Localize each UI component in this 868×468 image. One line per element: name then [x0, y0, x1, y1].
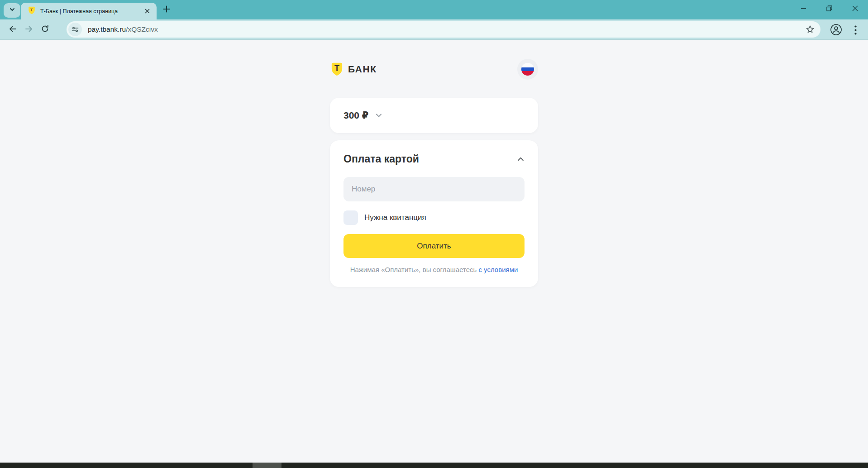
- window-restore-button[interactable]: [816, 0, 842, 18]
- forward-arrow-icon: [24, 24, 33, 35]
- terms-note: Нажимая «Оплатить», вы соглашаетесьс усл…: [343, 266, 525, 273]
- tbank-logo: Т БАНК: [330, 62, 377, 77]
- back-button[interactable]: [6, 24, 19, 36]
- window-controls: [791, 0, 868, 18]
- payment-amount: 300 ₽: [343, 110, 368, 121]
- terms-text: Нажимая «Оплатить», вы соглашаетесь: [350, 266, 477, 273]
- profile-icon: [830, 24, 842, 36]
- amount-chevron-down-icon[interactable]: [375, 112, 382, 119]
- amount-card[interactable]: 300 ₽: [330, 98, 538, 133]
- tab-search-button[interactable]: [4, 3, 20, 18]
- window-minimize-button[interactable]: [791, 0, 816, 18]
- url-path: /xQSZcivx: [126, 25, 158, 33]
- taskbar-sliver: [0, 463, 868, 468]
- minimize-icon: [801, 5, 806, 13]
- back-arrow-icon: [8, 24, 17, 35]
- forward-button[interactable]: [23, 24, 35, 36]
- new-tab-button[interactable]: [161, 4, 172, 16]
- restore-icon: [826, 5, 832, 13]
- profile-button[interactable]: [830, 24, 842, 38]
- bookmark-button[interactable]: [806, 25, 815, 34]
- section-title: Оплата картой: [343, 153, 419, 165]
- tbank-shield-icon: Т: [330, 62, 344, 77]
- receipt-checkbox-row[interactable]: Нужна квитанция: [343, 210, 525, 225]
- url-text[interactable]: pay.tbank.ru/xQSZcivx: [88, 25, 158, 33]
- tab-strip: Т Т-Банк | Платежная страница: [0, 0, 868, 19]
- logo-text: БАНК: [348, 64, 377, 75]
- receipt-checkbox[interactable]: [343, 210, 358, 225]
- browser-toolbar: pay.tbank.ru/xQSZcivx: [0, 19, 868, 40]
- taskbar-sliver-highlight: [253, 463, 281, 468]
- window-close-button[interactable]: [842, 0, 868, 18]
- tab-close-icon[interactable]: [142, 6, 152, 16]
- reload-button[interactable]: [39, 24, 51, 36]
- payment-page: Т БАНК 300 ₽ Оплата картой: [0, 40, 868, 463]
- chevron-down-icon: [9, 6, 15, 14]
- star-icon: [806, 25, 815, 34]
- russian-flag-icon: [521, 63, 534, 76]
- svg-text:Т: Т: [30, 7, 33, 12]
- svg-text:Т: Т: [334, 64, 339, 73]
- plus-icon: [163, 5, 170, 14]
- collapse-chevron-up-icon[interactable]: [517, 155, 525, 163]
- language-selector-button[interactable]: [517, 59, 538, 80]
- card-number-input[interactable]: [343, 177, 525, 201]
- pay-button[interactable]: Оплатить: [343, 234, 525, 258]
- kebab-menu-icon: [854, 25, 857, 35]
- terms-link[interactable]: с условиями: [478, 266, 518, 273]
- page-header: Т БАНК: [330, 40, 538, 80]
- browser-menu-button[interactable]: [852, 24, 859, 36]
- card-payment-section: Оплата картой Нужна квитанция Оплатить Н…: [330, 140, 538, 287]
- url-host: pay.tbank.ru: [88, 25, 126, 33]
- tab-title: Т-Банк | Платежная страница: [40, 8, 142, 14]
- address-bar[interactable]: pay.tbank.ru/xQSZcivx: [67, 21, 820, 38]
- browser-tab-active[interactable]: Т Т-Банк | Платежная страница: [21, 3, 157, 19]
- reload-icon: [41, 24, 49, 35]
- card-payment-header[interactable]: Оплата картой: [343, 153, 525, 165]
- tune-icon: [72, 26, 79, 33]
- browser-window: Т Т-Банк | Платежная страница: [0, 0, 868, 468]
- receipt-checkbox-label: Нужна квитанция: [364, 213, 426, 222]
- site-info-button[interactable]: [68, 23, 82, 36]
- tbank-favicon-icon: Т: [28, 6, 36, 17]
- close-icon: [852, 5, 858, 13]
